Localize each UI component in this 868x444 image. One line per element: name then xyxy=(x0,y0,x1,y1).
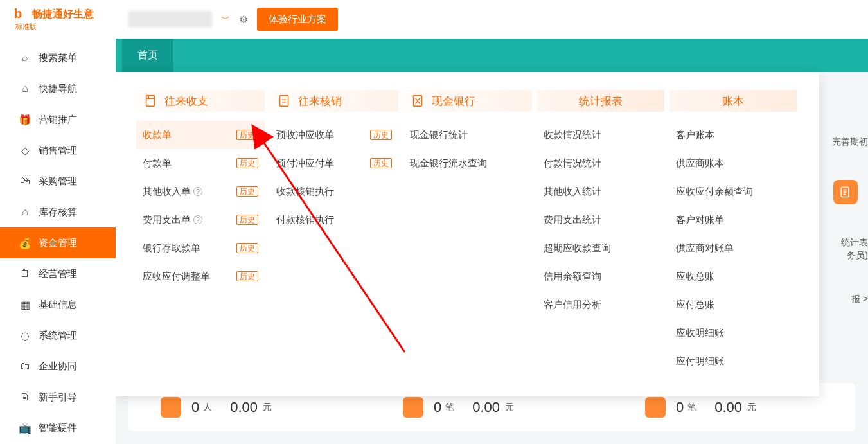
menu-item[interactable]: 应收应付调整单历史 xyxy=(136,262,265,290)
column-title: 往来收支 xyxy=(164,94,208,109)
history-badge[interactable]: 历史 xyxy=(370,158,392,168)
metric-unit-1: 笔 xyxy=(445,402,454,413)
menu-item-label: 费用支出统计 xyxy=(544,214,601,226)
menu-item[interactable]: 费用支出单?历史 xyxy=(136,206,265,234)
menu-item[interactable]: 收款情况统计 xyxy=(537,121,664,149)
logo-icon: b xyxy=(14,7,28,21)
menu-item-label: 应收明细账 xyxy=(676,327,724,339)
menu-item[interactable]: 应收总账 xyxy=(669,262,797,290)
menu-item-label: 应付总账 xyxy=(676,299,714,311)
help-icon[interactable]: ? xyxy=(193,187,202,196)
menu-item[interactable]: 超期应收款查询 xyxy=(537,234,664,262)
menu-item[interactable]: 收款核销执行 xyxy=(270,177,398,206)
history-badge[interactable]: 历史 xyxy=(236,130,258,140)
menu-item-label: 收款单 xyxy=(143,129,172,141)
menu-item[interactable]: 供应商账本 xyxy=(669,149,797,177)
funds-icon: 💰 xyxy=(19,237,31,249)
menu-item[interactable]: 供应商对账单 xyxy=(669,234,797,262)
menu-item-label: 信用余额查询 xyxy=(544,271,601,283)
menu-item[interactable]: 应收应付余额查询 xyxy=(669,177,797,206)
basedata-icon: ▦ xyxy=(19,299,31,310)
menu-item[interactable]: 应付总账 xyxy=(669,290,797,319)
menu-item[interactable]: 付款单历史 xyxy=(136,149,265,177)
sidebar-item-sales[interactable]: ◇销售管理 xyxy=(0,135,116,166)
sidebar-item-hardware[interactable]: 📺智能硬件 xyxy=(0,413,116,443)
business-icon: 🗒 xyxy=(19,268,31,280)
menu-item[interactable]: 应收明细账 xyxy=(669,319,797,347)
history-badge[interactable]: 历史 xyxy=(236,186,258,197)
menu-item[interactable]: 付款情况统计 xyxy=(537,149,664,177)
menu-item-label: 预付冲应付单 xyxy=(276,157,334,170)
menu-column-2: 现金银行现金银行统计现金银行流水查询 xyxy=(403,90,532,390)
collab-icon: 🗂 xyxy=(19,360,31,372)
menu-item[interactable]: 预付冲应付单历史 xyxy=(270,149,398,177)
menu-item[interactable]: 客户信用分析 xyxy=(537,290,664,319)
sidebar-item-business[interactable]: 🗒经营管理 xyxy=(0,258,116,289)
menu-item[interactable]: 收款单历史 xyxy=(136,121,265,149)
strip-text-2a: 统计表 xyxy=(841,236,868,249)
menu-item[interactable]: 付款核销执行 xyxy=(270,206,398,234)
help-icon[interactable]: ? xyxy=(193,215,202,224)
sidebar-item-search[interactable]: ⌕搜索菜单 xyxy=(0,42,116,73)
sidebar-item-funds[interactable]: 💰资金管理 xyxy=(0,227,116,258)
menu-item-label: 供应商对账单 xyxy=(676,242,734,254)
column-header: 账本 xyxy=(669,90,797,112)
menu-column-4: 账本客户账本供应商账本应收应付余额查询客户对账单供应商对账单应收总账应付总账应收… xyxy=(669,90,797,390)
sidebar-item-purchase[interactable]: 🛍采购管理 xyxy=(0,166,116,197)
menu-item[interactable]: 信用余额查询 xyxy=(537,262,664,290)
industry-plan-button[interactable]: 体验行业方案 xyxy=(257,8,338,31)
menu-item[interactable]: 费用支出统计 xyxy=(537,206,664,234)
tab-home[interactable]: 首页 xyxy=(122,39,173,72)
org-caret-icon[interactable]: ﹀ xyxy=(221,13,230,25)
menu-column-0: 往来收支收款单历史付款单历史其他收入单?历史费用支出单?历史银行存取款单历史应收… xyxy=(136,90,265,390)
menu-item[interactable]: 客户账本 xyxy=(669,121,797,149)
menu-item[interactable]: 银行存取款单历史 xyxy=(136,234,265,262)
menu-item-label: 超期应收款查询 xyxy=(544,242,611,254)
sidebar-item-marketing[interactable]: 🎁营销推广 xyxy=(0,104,116,135)
org-name-blurred xyxy=(128,11,212,28)
brand-edition: 标准版 xyxy=(15,22,37,31)
sidebar-item-quicknav[interactable]: ⌂快捷导航 xyxy=(0,73,116,104)
sidebar-item-collab[interactable]: 🗂企业协同 xyxy=(0,351,116,382)
menu-item[interactable]: 预收冲应收单历史 xyxy=(270,121,398,149)
metric-unit-2: 元 xyxy=(263,402,272,413)
brand-name: 畅捷通好生意 xyxy=(32,8,94,21)
menu-item[interactable]: 现金银行统计 xyxy=(403,121,532,149)
strip-text-3: 报 > xyxy=(851,294,868,305)
sidebar-item-guide[interactable]: 🗎新手引导 xyxy=(0,382,116,413)
sidebar-item-system[interactable]: ◌系统管理 xyxy=(0,320,116,351)
history-badge[interactable]: 历史 xyxy=(236,271,258,281)
menu-item[interactable]: 客户对账单 xyxy=(669,206,797,234)
metric: 0人0.00元 xyxy=(128,397,371,418)
metric-unit-2: 元 xyxy=(505,402,514,413)
history-badge[interactable]: 历史 xyxy=(236,215,258,225)
metric-unit-1: 笔 xyxy=(687,402,696,413)
column-header: 统计报表 xyxy=(537,90,664,112)
gear-icon[interactable]: ⚙ xyxy=(239,13,248,26)
report-icon[interactable] xyxy=(833,180,858,204)
sidebar-item-label: 新手引导 xyxy=(39,391,77,404)
quicknav-icon: ⌂ xyxy=(19,83,31,94)
metric-value-1: 0 xyxy=(676,399,684,416)
history-badge[interactable]: 历史 xyxy=(236,243,258,253)
menu-item[interactable]: 现金银行流水查询 xyxy=(403,149,532,177)
menu-item-label: 应付明细账 xyxy=(676,355,724,368)
menu-item[interactable]: 其他收入统计 xyxy=(537,177,664,206)
menu-item-label: 客户账本 xyxy=(676,129,714,141)
metric-value-2: 0.00 xyxy=(472,399,500,416)
column-title: 往来核销 xyxy=(298,94,342,109)
sidebar-item-basedata[interactable]: ▦基础信息 xyxy=(0,289,116,320)
menu-item-label: 付款情况统计 xyxy=(544,157,601,170)
menu-item[interactable]: 其他收入单?历史 xyxy=(136,177,265,206)
menu-column-3: 统计报表收款情况统计付款情况统计其他收入统计费用支出统计超期应收款查询信用余额查… xyxy=(537,90,664,390)
sidebar-item-inventory[interactable]: ⌂库存核算 xyxy=(0,197,116,227)
history-badge[interactable]: 历史 xyxy=(370,130,392,140)
history-badge[interactable]: 历史 xyxy=(236,158,258,168)
menu-item[interactable]: 应付明细账 xyxy=(669,347,797,375)
sidebar: b 畅捷通好生意 标准版 ⌕搜索菜单⌂快捷导航🎁营销推广◇销售管理🛍采购管理⌂库… xyxy=(0,0,116,444)
menu-item-label: 付款单 xyxy=(143,157,172,170)
metric-value-1: 0 xyxy=(434,399,441,416)
sidebar-item-label: 基础信息 xyxy=(39,299,77,311)
sidebar-item-label: 搜索菜单 xyxy=(39,52,77,64)
metric-value-2: 0.00 xyxy=(230,399,258,416)
